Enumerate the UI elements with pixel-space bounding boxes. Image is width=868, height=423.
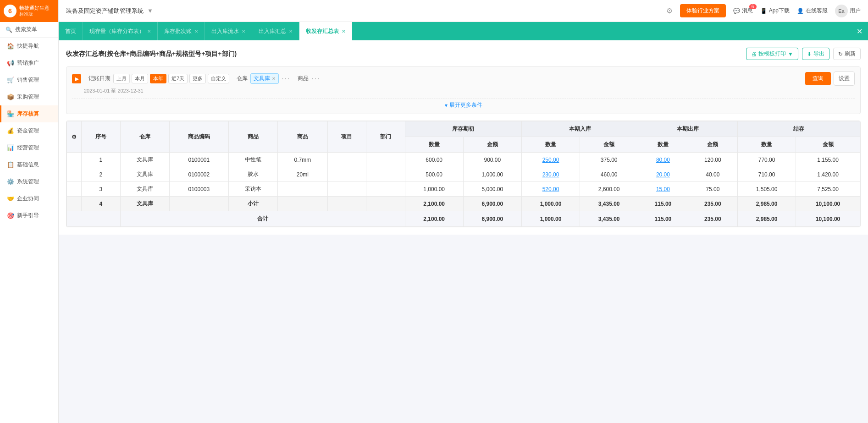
sidebar-search-label: 搜索菜单 bbox=[15, 26, 37, 33]
topbar: 装备及固定资产辅助管理系统 ▼ ⚙ 体验行业方案 💬 消息 6 📱 App下载 … bbox=[59, 0, 868, 22]
sidebar-item-basic-info[interactable]: 📋 基础信息 bbox=[0, 156, 58, 173]
app-download-item[interactable]: 📱 App下载 bbox=[760, 7, 790, 15]
footer-out-qty: 115.00 bbox=[638, 211, 688, 227]
footer-out-amt: 235.00 bbox=[688, 211, 737, 227]
row-settings-cell bbox=[67, 182, 82, 197]
filter-toggle-arrow[interactable]: ▶ bbox=[72, 74, 81, 83]
sidebar-item-enterprise[interactable]: 🤝 企业协同 bbox=[0, 190, 58, 207]
tab-receive-summary-label: 收发存汇总表 bbox=[306, 27, 339, 35]
sidebar-item-purchase[interactable]: 📦 采购管理 bbox=[0, 88, 58, 105]
refresh-button[interactable]: ↻ 刷新 bbox=[833, 48, 861, 60]
filter-row: ▶ 记账日期 上月 本月 本年 近7天 更多 自定义 bbox=[72, 71, 855, 86]
user-avatar: Ea bbox=[835, 5, 848, 17]
tabbar-close-all[interactable]: ✕ bbox=[851, 27, 868, 36]
filter-date-label: 记账日期 bbox=[88, 75, 111, 82]
th-close-qty: 数量 bbox=[738, 137, 796, 153]
row-goods: 中性笔 bbox=[229, 153, 278, 167]
footer-label-cell bbox=[67, 211, 121, 227]
tab-batch-close[interactable]: ✕ bbox=[194, 29, 198, 34]
table-row: 1 文具库 0100001 中性笔 0.7mm 600.00 900.00 25… bbox=[67, 153, 860, 167]
sidebar-item-finance[interactable]: 💰 资金管理 bbox=[0, 122, 58, 139]
tab-inout-flow[interactable]: 出入库流水 ✕ bbox=[205, 22, 252, 40]
sidebar-item-system[interactable]: ⚙️ 系统管理 bbox=[0, 173, 58, 190]
th-open-amt: 金额 bbox=[463, 137, 521, 153]
tab-inout-summary[interactable]: 出入库汇总 ✕ bbox=[252, 22, 299, 40]
sidebar-item-label: 系统管理 bbox=[17, 178, 39, 186]
date-btn-this-year[interactable]: 本年 bbox=[150, 74, 166, 83]
row-settings-cell bbox=[67, 153, 82, 167]
th-inbound: 本期入库 bbox=[521, 121, 638, 137]
print-button[interactable]: 🖨 按模板打印 ▼ bbox=[746, 48, 798, 60]
row-out-qty[interactable]: 15.00 bbox=[638, 182, 688, 197]
sidebar-header: 6 畅捷通好生意 标准版 bbox=[0, 0, 58, 22]
tab-receive-summary[interactable]: 收发存汇总表 ✕ bbox=[299, 22, 352, 40]
settings-gear-icon[interactable]: ⚙ bbox=[666, 6, 673, 15]
row-open-qty: 2,100.00 bbox=[405, 197, 463, 211]
row-goods: 采访本 bbox=[229, 182, 278, 197]
sidebar-item-sales[interactable]: 🛒 销售管理 bbox=[0, 71, 58, 88]
query-button[interactable]: 查询 bbox=[805, 72, 831, 85]
goods-more-button[interactable]: ··· bbox=[311, 75, 320, 83]
user-item[interactable]: Ea 用户 bbox=[835, 5, 861, 17]
row-in-qty[interactable]: 230.00 bbox=[521, 167, 580, 182]
th-num: 序号 bbox=[82, 121, 121, 153]
page-title-actions: 🖨 按模板打印 ▼ ⬇ 导出 ↻ 刷新 bbox=[746, 48, 861, 60]
tab-inventory-dist-close[interactable]: ✕ bbox=[147, 29, 151, 34]
footer-in-qty: 1,000.00 bbox=[521, 211, 580, 227]
tab-home[interactable]: 首页 bbox=[59, 22, 83, 40]
sidebar-item-label: 快捷导航 bbox=[17, 42, 39, 50]
warehouse-more-button[interactable]: ··· bbox=[282, 75, 290, 83]
content-area: 收发存汇总表(按仓库+商品编码+商品+规格型号+项目+部门) 🖨 按模板打印 ▼… bbox=[59, 40, 868, 423]
row-out-qty[interactable]: 20.00 bbox=[638, 167, 688, 182]
export-button[interactable]: ⬇ 导出 bbox=[802, 48, 829, 60]
date-btn-last-month[interactable]: 上月 bbox=[113, 74, 130, 83]
sidebar-item-operations[interactable]: 📊 经营管理 bbox=[0, 139, 58, 156]
sidebar-search-item[interactable]: 🔍 搜索菜单 bbox=[0, 22, 58, 38]
message-item[interactable]: 💬 消息 6 bbox=[733, 7, 753, 15]
row-in-qty[interactable]: 520.00 bbox=[521, 182, 580, 197]
sidebar-item-marketing[interactable]: 📢 营销推广 bbox=[0, 55, 58, 71]
experience-button[interactable]: 体验行业方案 bbox=[680, 4, 726, 17]
footer-open-qty: 2,100.00 bbox=[405, 211, 463, 227]
data-table: ⚙ 序号 仓库 商品编码 商品 商品 项目 部门 库存期初 本期入库 本期出库 bbox=[66, 121, 860, 227]
row-in-amt: 375.00 bbox=[580, 153, 638, 167]
th-open-qty: 数量 bbox=[405, 137, 463, 153]
sidebar-item-quick-nav[interactable]: 🏠 快捷导航 bbox=[0, 38, 58, 55]
expand-conditions[interactable]: ▾ 展开更多条件 bbox=[72, 98, 855, 109]
row-open-qty: 600.00 bbox=[405, 153, 463, 167]
warehouse-tag-close[interactable]: ✕ bbox=[272, 76, 276, 81]
tab-inout-summary-label: 出入库汇总 bbox=[259, 27, 286, 35]
filter-settings-button[interactable]: 设置 bbox=[834, 71, 855, 86]
sidebar-item-label: 库存核算 bbox=[17, 110, 39, 118]
tab-inout-flow-label: 出入库流水 bbox=[211, 27, 239, 35]
tab-inout-flow-close[interactable]: ✕ bbox=[242, 29, 245, 34]
refresh-icon: ↻ bbox=[838, 51, 843, 57]
date-btn-this-month[interactable]: 本月 bbox=[132, 74, 148, 83]
sidebar-brand: 畅捷通好生意 标准版 bbox=[19, 5, 50, 17]
tab-inventory-dist[interactable]: 现存量（库存分布表） ✕ bbox=[83, 22, 158, 40]
guide-icon: 🎯 bbox=[7, 212, 14, 220]
date-btn-more[interactable]: 更多 bbox=[189, 74, 206, 83]
page-container: 收发存汇总表(按仓库+商品编码+商品+规格型号+项目+部门) 🖨 按模板打印 ▼… bbox=[59, 40, 868, 235]
th-dept: 部门 bbox=[366, 121, 405, 153]
filter-goods-label: 商品 bbox=[298, 75, 309, 82]
marketing-icon: 📢 bbox=[7, 60, 14, 67]
date-btn-7days[interactable]: 近7天 bbox=[168, 74, 188, 83]
dropdown-arrow-icon[interactable]: ▼ bbox=[147, 7, 153, 14]
row-in-qty[interactable]: 250.00 bbox=[521, 153, 580, 167]
row-in-amt: 3,435.00 bbox=[580, 197, 638, 211]
tab-batch[interactable]: 库存批次账 ✕ bbox=[158, 22, 205, 40]
th-settings[interactable]: ⚙ bbox=[67, 121, 82, 153]
filter-goods-item: 商品 ··· bbox=[298, 75, 320, 83]
row-out-qty[interactable]: 80.00 bbox=[638, 153, 688, 167]
th-outbound: 本期出库 bbox=[638, 121, 738, 137]
table-settings-icon[interactable]: ⚙ bbox=[72, 134, 77, 140]
date-range-text: 2023-01-01 至 2023-12-31 bbox=[84, 88, 144, 93]
tab-receive-summary-close[interactable]: ✕ bbox=[342, 29, 345, 34]
date-btn-custom[interactable]: 自定义 bbox=[208, 74, 229, 83]
sidebar-item-guide[interactable]: 🎯 新手引导 bbox=[0, 207, 58, 224]
row-in-amt: 2,600.00 bbox=[580, 182, 638, 197]
online-service-item[interactable]: 👤 在线客服 bbox=[797, 7, 828, 15]
tab-inout-summary-close[interactable]: ✕ bbox=[289, 29, 293, 34]
sidebar-item-inventory[interactable]: 🏪 库存核算 bbox=[0, 105, 58, 122]
